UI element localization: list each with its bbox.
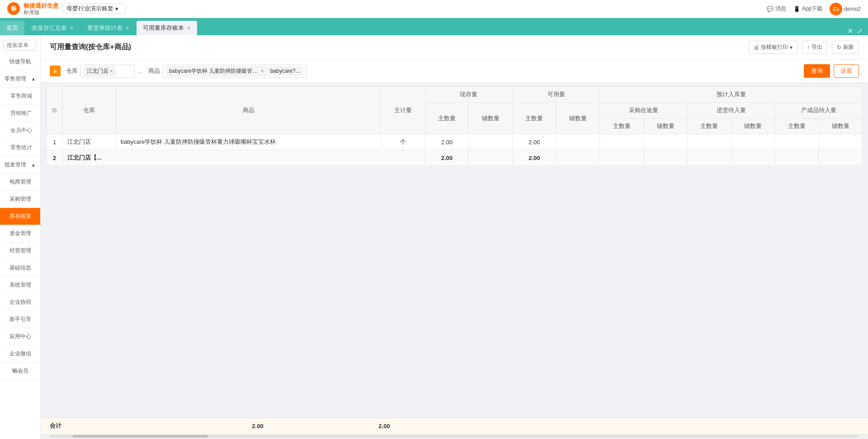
sidebar-group-zero-retail[interactable]: 零售管理 ▲ — [0, 71, 40, 88]
subtotal-arrival-main — [687, 150, 731, 166]
warehouse-label: 仓库 — [66, 67, 78, 75]
product-label: 商品 — [148, 67, 160, 75]
content-area: 可用量查询(按仓库+商品) 🖨 按模板打印 ▾ ↑ 导出 ↻ 刷新 — [41, 35, 868, 439]
chevron-up-icon: ▲ — [31, 76, 36, 81]
col-arrival-main-header: 主数量 — [687, 118, 731, 134]
search-input[interactable] — [4, 40, 37, 51]
message-button[interactable]: 💬 消息 — [767, 5, 786, 13]
scrollbar-track — [50, 435, 859, 438]
sidebar-item-marketing[interactable]: 营销推广 — [0, 105, 40, 122]
setting-button[interactable]: 设置 — [834, 64, 859, 78]
phone-icon: 📱 — [793, 6, 800, 12]
col-prod-aux-header: 辅数量 — [819, 118, 863, 134]
product-filter: 商品 babycare学饮杯 儿童防摔防撞吸管杯重力球吸嘴杯宝宝水杯 ✕ bab… — [148, 65, 307, 78]
col-avail-aux-header: 辅数量 — [556, 103, 600, 134]
close-tab-receive-pay[interactable]: ✕ — [70, 25, 74, 31]
refresh-button[interactable]: ↻ 刷新 — [832, 41, 859, 54]
top-bar-right: 💬 消息 📱 App下载 Ea demo2 — [767, 3, 861, 15]
sidebar: 快捷导航 零售管理 ▲ 零售商城 营销推广 会员中心 零售统计 批发管理 ▲ 电… — [0, 35, 41, 439]
column-settings-icon[interactable]: ⚙ — [52, 107, 57, 114]
row-avail-aux-1 — [556, 134, 600, 150]
col-avail-main-header: 主数量 — [512, 103, 556, 134]
export-button[interactable]: ↑ 导出 — [802, 41, 827, 54]
tab-available-stock[interactable]: 可用量库存账本 ✕ — [137, 21, 197, 35]
top-bar-left: 畅 畅捷通好生意 标准版 母婴行业演示账套 ▾ — [7, 2, 126, 16]
table-container[interactable]: ⚙ 仓库 商品 主计量 现存量 可用量 预计入库量 主数量 辅数量 主数量 辅数… — [41, 86, 868, 418]
horizontal-scrollbar[interactable] — [41, 434, 868, 439]
filter-bar: » 仓库 江北门店 ✕ ... 商品 babycare学饮杯 儿童防摔防撞吸管杯… — [41, 60, 868, 83]
footer-avail-main: 2.00 — [371, 423, 398, 430]
col-arrival-aux-header: 辅数量 — [731, 118, 775, 134]
footer-current-aux — [307, 423, 335, 430]
sidebar-item-basic[interactable]: 基础信息 — [0, 260, 40, 277]
filter-expand-button[interactable]: » — [50, 66, 61, 76]
maximize-icon[interactable]: ⤢ — [857, 27, 863, 35]
sidebar-item-appstore[interactable]: 应用中心 — [0, 328, 40, 345]
sidebar-item-inventory[interactable]: 库存核算 — [0, 208, 40, 225]
sidebar-item-purchase[interactable]: 采购管理 — [0, 191, 40, 208]
sidebar-item-member[interactable]: 会员中心 — [0, 122, 40, 139]
sidebar-item-retail-stats[interactable]: 零售统计 — [0, 139, 40, 156]
product-tag-2: babycare?... — [268, 67, 302, 75]
row-arrival-main-1 — [687, 134, 731, 150]
query-button[interactable]: 查询 — [804, 64, 830, 78]
sidebar-item-finance[interactable]: 资金管理 — [0, 225, 40, 242]
tab-order-stats[interactable]: 要货单统计表 ✕ — [81, 21, 136, 35]
subtotal-prod-main — [775, 150, 819, 166]
footer-total-label: 合计 — [50, 422, 86, 430]
footer-total-values: 2.00 2.00 — [244, 423, 398, 430]
col-prod-main-header: 主数量 — [775, 118, 819, 134]
row-avail-main-1: 2.00 — [512, 134, 556, 150]
warehouse-tag-jiangbei: 江北门店 ✕ — [85, 66, 115, 76]
tab-home[interactable]: 首页 — [0, 21, 24, 35]
row-pur-aux-1 — [644, 134, 688, 150]
sidebar-item-wecom[interactable]: 企业微信 — [0, 345, 40, 363]
row-pur-main-1 — [600, 134, 644, 150]
industry-select[interactable]: 母婴行业演示账套 ▾ — [62, 3, 126, 14]
subtotal-prod-aux — [819, 150, 863, 166]
user-menu[interactable]: Ea demo2 — [830, 3, 861, 15]
sidebar-item-vip[interactable]: 畅会员 — [0, 363, 40, 380]
close-tab-available-stock[interactable]: ✕ — [187, 25, 191, 31]
col-settings-header: ⚙ — [47, 87, 63, 134]
filter-actions: 查询 设置 — [804, 64, 859, 78]
export-icon: ↑ — [807, 44, 810, 51]
nav-tabs: 首页 收发存汇总表 ✕ 要货单统计表 ✕ 可用量库存账本 ✕ ✕ ⤢ — [0, 18, 868, 35]
sidebar-item-retail-mall[interactable]: 零售商城 — [0, 88, 40, 105]
col-production-header: 产成品待入量 — [775, 103, 863, 118]
sidebar-item-guide[interactable]: 新手引导 — [0, 311, 40, 328]
sidebar-item-system[interactable]: 系统管理 — [0, 277, 40, 294]
warehouse-filter-dots[interactable]: ... — [137, 67, 143, 75]
sidebar-item-quick-nav[interactable]: 快捷导航 — [0, 53, 40, 71]
data-table: ⚙ 仓库 商品 主计量 现存量 可用量 预计入库量 主数量 辅数量 主数量 辅数… — [46, 86, 863, 166]
brand-text: 畅捷通好生意 标准版 — [24, 2, 59, 16]
table-row: 1 江北门店 babycare学饮杯 儿童防摔防撞吸管杯重力球吸嘴杯宝宝水杯 个… — [47, 134, 863, 150]
col-warehouse-header: 仓库 — [63, 87, 116, 134]
row-prod-aux-1 — [819, 134, 863, 150]
app-download-button[interactable]: 📱 App下载 — [793, 5, 822, 13]
close-tab-order-stats[interactable]: ✕ — [125, 25, 129, 31]
template-print-button[interactable]: 🖨 按模板打印 ▾ — [749, 41, 797, 54]
col-unit-header: 主计量 — [381, 87, 425, 134]
subtotal-num: 2 — [47, 150, 63, 166]
print-icon: 🖨 — [754, 44, 759, 51]
row-arrival-aux-1 — [731, 134, 775, 150]
avatar: Ea — [830, 3, 842, 15]
chevron-up-icon-2: ▲ — [31, 162, 36, 167]
sidebar-item-operation[interactable]: 经营管理 — [0, 242, 40, 260]
tab-receive-pay[interactable]: 收发存汇总表 ✕ — [25, 21, 80, 35]
product-tag-1-close[interactable]: ✕ — [260, 69, 264, 74]
subtotal-avail-aux — [556, 150, 600, 166]
refresh-icon: ↻ — [837, 44, 841, 51]
product-tag-container[interactable]: babycare学饮杯 儿童防摔防撞吸管杯重力球吸嘴杯宝宝水杯 ✕ babyca… — [163, 65, 307, 78]
warehouse-tag-close[interactable]: ✕ — [109, 69, 113, 74]
subtotal-label: 江北门店【... — [63, 150, 425, 166]
col-pur-transit-header: 采购在途量 — [600, 103, 687, 118]
sidebar-group-batch[interactable]: 批发管理 ▲ — [0, 156, 40, 174]
row-current-main-1: 2.00 — [425, 134, 469, 150]
scrollbar-thumb[interactable] — [72, 435, 208, 438]
sidebar-item-enterprise[interactable]: 企业协同 — [0, 294, 40, 311]
warehouse-tag-container[interactable]: 江北门店 ✕ — [80, 65, 135, 78]
sidebar-item-ecommerce[interactable]: 电商管理 — [0, 174, 40, 191]
close-all-tabs-icon[interactable]: ✕ — [847, 27, 853, 35]
